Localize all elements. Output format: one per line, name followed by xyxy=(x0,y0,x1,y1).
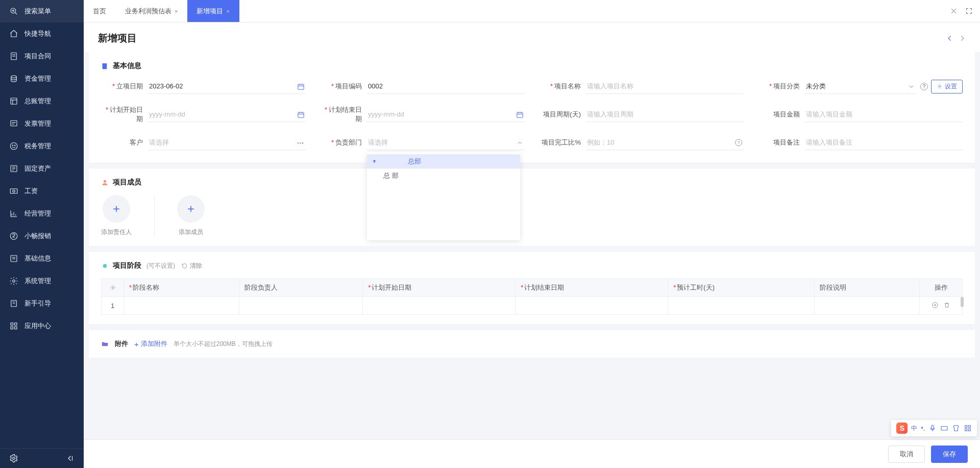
ime-mic-icon[interactable] xyxy=(928,424,937,432)
code-input[interactable] xyxy=(367,79,525,94)
dropdown-node-child[interactable]: 总 部 xyxy=(367,169,520,183)
category-settings-button[interactable]: 设置 xyxy=(931,80,963,93)
tab-profit-report[interactable]: 业务利润预估表× xyxy=(116,0,187,22)
sidebar-item-contract[interactable]: 项目合同 xyxy=(0,45,84,67)
department-select[interactable]: 请选择 xyxy=(367,135,525,150)
cell-desc[interactable] xyxy=(815,297,920,315)
sidebar-item-label: 系统管理 xyxy=(24,276,51,286)
customer-select[interactable]: 请选择 xyxy=(148,135,306,150)
category-select[interactable]: 未分类 xyxy=(805,79,916,94)
sidebar-item-appcenter[interactable]: 应用中心 xyxy=(0,315,84,337)
salary-icon xyxy=(9,186,18,196)
dropdown-node-root[interactable]: ▼ 总部 xyxy=(367,154,520,169)
tab-home[interactable]: 首页 xyxy=(84,0,116,22)
ime-punct-icon[interactable]: •, xyxy=(921,425,925,432)
plan-end-input[interactable] xyxy=(367,107,525,122)
sidebar-item-assets[interactable]: 固定资产 xyxy=(0,157,84,180)
field-customer: 客户 请选择 ··· xyxy=(101,135,306,150)
close-icon[interactable]: × xyxy=(175,8,178,14)
svg-rect-37 xyxy=(15,327,17,330)
sidebar-item-reimburse[interactable]: 小畅报销 xyxy=(0,225,84,247)
sidebar-search[interactable]: 搜索菜单 xyxy=(0,0,84,22)
chart-icon xyxy=(9,209,18,218)
ime-lang[interactable]: 中 xyxy=(911,424,917,433)
fullscreen-icon[interactable] xyxy=(965,7,973,15)
prev-record-button[interactable] xyxy=(946,35,953,42)
completion-input[interactable] xyxy=(586,135,744,150)
ime-keyboard-icon[interactable] xyxy=(940,424,948,432)
svg-rect-71 xyxy=(965,426,967,428)
sidebar-item-ledger[interactable]: 总账管理 xyxy=(0,90,84,112)
clear-stages-button[interactable]: 清除 xyxy=(181,262,202,270)
save-button[interactable]: 保存 xyxy=(931,446,968,463)
col-plan-start: *计划开始日期 xyxy=(363,279,516,297)
calendar-icon[interactable] xyxy=(516,110,524,119)
section-icon xyxy=(101,179,109,186)
tab-new-project[interactable]: 新增项目× xyxy=(187,0,239,22)
help-icon[interactable]: ? xyxy=(734,138,743,147)
cell-name[interactable] xyxy=(124,297,239,315)
collapse-icon[interactable] xyxy=(65,454,75,463)
sidebar-item-funds[interactable]: 资金管理 xyxy=(0,67,84,90)
ime-skin-icon[interactable] xyxy=(952,424,960,432)
col-hours: *预计工时(天) xyxy=(668,279,815,297)
svg-point-61 xyxy=(103,264,107,268)
add-owner-button[interactable] xyxy=(103,195,130,223)
establish-date-input[interactable] xyxy=(148,79,306,94)
svg-point-15 xyxy=(12,145,13,146)
add-member-button[interactable] xyxy=(177,195,205,223)
sidebar-item-label: 应用中心 xyxy=(24,321,51,331)
settings-icon[interactable] xyxy=(9,454,18,463)
cell-owner[interactable] xyxy=(239,297,362,315)
name-input[interactable] xyxy=(586,79,744,94)
tab-label: 首页 xyxy=(93,7,106,16)
cancel-button[interactable]: 取消 xyxy=(888,446,925,463)
calendar-icon[interactable] xyxy=(297,82,305,90)
amount-input[interactable] xyxy=(805,107,963,122)
sidebar-item-quicknav[interactable]: 快捷导航 xyxy=(0,22,84,45)
field-amount: 项目金额 xyxy=(758,105,963,124)
section-icon xyxy=(101,62,109,70)
next-record-button[interactable] xyxy=(959,35,966,42)
sidebar-item-tax[interactable]: 税务管理 xyxy=(0,135,84,157)
svg-rect-67 xyxy=(941,427,947,430)
close-all-icon[interactable] xyxy=(949,7,958,15)
add-attachment-button[interactable]: +添加附件 xyxy=(134,339,167,348)
plan-start-input[interactable] xyxy=(148,107,306,122)
sidebar-item-business[interactable]: 经营管理 xyxy=(0,202,84,225)
field-plan-end: *计划结束日期 xyxy=(320,105,525,124)
col-gear[interactable] xyxy=(102,279,124,297)
panel-members: 项目成员 添加责任人 添加成员 xyxy=(89,169,975,246)
sidebar-item-label: 发票管理 xyxy=(24,119,51,128)
sidebar-item-baseinfo[interactable]: 基础信息 xyxy=(0,247,84,270)
sidebar-item-invoice[interactable]: 发票管理 xyxy=(0,112,84,135)
ime-toolbar[interactable]: S 中 •, xyxy=(891,420,977,436)
sidebar-item-salary[interactable]: 工资 xyxy=(0,180,84,202)
add-owner-label: 添加责任人 xyxy=(101,228,132,237)
guide-icon xyxy=(9,299,18,308)
add-row-icon[interactable] xyxy=(931,301,939,309)
ime-toolbox-icon[interactable] xyxy=(964,424,972,432)
cell-plan-start[interactable] xyxy=(363,297,516,315)
delete-row-icon[interactable] xyxy=(943,301,951,309)
close-icon[interactable]: × xyxy=(226,8,229,14)
remark-input[interactable] xyxy=(805,135,963,150)
section-title-text: 附件 xyxy=(115,339,128,348)
chevron-down-icon[interactable] xyxy=(907,82,915,90)
expand-icon[interactable]: ▼ xyxy=(372,159,377,164)
sidebar-item-system[interactable]: 系统管理 xyxy=(0,270,84,292)
attachment-hint: 单个大小不超过200MB，可拖拽上传 xyxy=(174,340,273,348)
stages-table: *阶段名称 阶段负责人 *计划开始日期 *计划结束日期 *预计工时(天) 阶段说… xyxy=(101,278,963,315)
help-icon[interactable]: ? xyxy=(920,83,928,90)
sidebar-item-label: 税务管理 xyxy=(24,142,51,151)
chevron-up-icon[interactable] xyxy=(516,138,524,147)
cell-hours[interactable] xyxy=(668,297,815,315)
calendar-icon[interactable] xyxy=(297,110,305,119)
table-row[interactable]: 1 xyxy=(102,297,963,315)
divider xyxy=(154,195,155,237)
more-icon[interactable]: ··· xyxy=(297,138,305,147)
sidebar-item-guide[interactable]: 新手引导 xyxy=(0,292,84,315)
period-input[interactable] xyxy=(586,107,744,122)
table-scrollbar[interactable] xyxy=(961,297,964,307)
cell-plan-end[interactable] xyxy=(516,297,668,315)
